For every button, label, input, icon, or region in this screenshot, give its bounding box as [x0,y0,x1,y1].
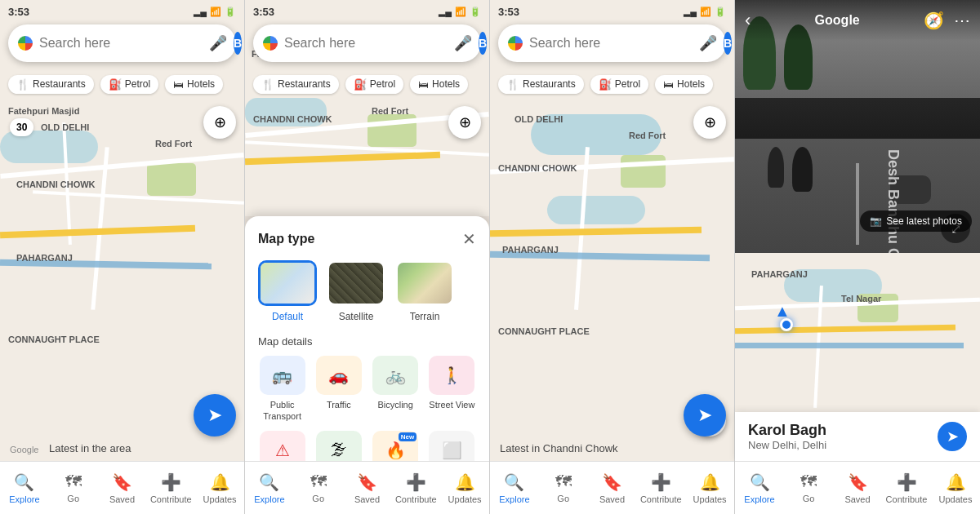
category-pills-3: 🍴Restaurants ⛽Petrol 🛏Hotels [490,69,734,99]
search-input-2[interactable] [284,36,448,51]
search-bar-2[interactable]: 🎤 B [253,24,481,62]
go-icon-4: 🗺 [800,472,817,491]
navigation-button-3[interactable]: ➤ [684,394,726,436]
nav-go-4[interactable]: 🗺 Go [784,462,833,514]
nav-updates-label-2: Updates [448,494,482,504]
time-2: 3:53 [253,6,274,18]
nav-explore-1[interactable]: 🔍 Explore [0,462,49,514]
updates-icon-4: 🔔 [946,472,966,492]
mic-icon-2[interactable]: 🎤 [454,34,472,52]
time-3: 3:53 [498,6,519,18]
nav-updates-4[interactable]: 🔔 Updates [931,462,980,514]
nav-contribute-4[interactable]: ➕ Contribute [882,462,931,514]
saved-icon-2: 🔖 [357,472,377,492]
nav-explore-2[interactable]: 🔍 Explore [245,462,294,514]
layers-button-3[interactable]: ⊕ [693,106,726,139]
pill-restaurants-2[interactable]: 🍴Restaurants [253,75,339,94]
pill-hotels-3[interactable]: 🛏Hotels [655,75,713,94]
close-overlay-button[interactable]: ✕ [462,229,476,249]
nav-explore-4[interactable]: 🔍 Explore [735,462,784,514]
nav-updates-1[interactable]: 🔔 Updates [195,462,244,514]
nav-go-label-2: Go [312,494,324,503]
streetview-road-label: Desh Bandhu Gupta [884,149,902,253]
pill-petrol-2[interactable]: ⛽Petrol [345,75,403,94]
nav-saved-3[interactable]: 🔖 Saved [588,462,637,514]
battery-icon: 🔋 [225,7,236,17]
map-types-section: Default Satellite Terrain [258,260,476,322]
pill-petrol-3[interactable]: ⛽Petrol [590,75,648,94]
nav-saved-1[interactable]: 🔖 Saved [98,462,147,514]
nav-contribute-2[interactable]: ➕ Contribute [391,462,440,514]
map-type-thumb-default [258,260,317,306]
nav-saved-4[interactable]: 🔖 Saved [833,462,882,514]
category-pills-1: 🍴Restaurants ⛽Petrol 🛏Hotels [0,69,244,99]
pill-petrol-1[interactable]: ⛽Petrol [100,75,158,94]
search-input-3[interactable] [529,36,693,51]
map-type-thumb-satellite [327,260,385,306]
layers-button-2[interactable]: ⊕ [448,106,481,139]
transport-label: Public Transport [258,399,306,423]
nav-go-2[interactable]: 🗺 Go [294,462,343,514]
map-type-label-default: Default [272,311,303,322]
nav-updates-3[interactable]: 🔔 Updates [685,462,734,514]
pill-restaurants-1[interactable]: 🍴Restaurants [8,75,94,94]
layers-button-1[interactable]: ⊕ [203,106,236,139]
saved-icon-4: 🔖 [848,472,868,492]
map-type-terrain[interactable]: Terrain [395,260,454,322]
category-pills-2: 🍴Restaurants ⛽Petrol 🛏Hotels [245,69,489,99]
map-type-default[interactable]: Default [258,260,317,322]
wildfires-icon: 🔥 [385,441,406,460]
compass-icon-4[interactable]: 🧭 [924,11,944,30]
nav-saved-label-4: Saved [844,494,870,504]
nav-explore-label-1: Explore [9,494,39,504]
nav-go-3[interactable]: 🗺 Go [539,462,588,514]
mic-icon-1[interactable]: 🎤 [209,34,227,52]
pill-hotels-2[interactable]: 🛏Hotels [410,75,468,94]
map-label-3d: CONNAUGHT PLACE [498,326,590,336]
signal-icon: ▂▄ [194,7,207,17]
camera-icon: 📷 [870,215,882,227]
detail-streetview[interactable]: 🚶 Street View [428,356,476,423]
mic-icon-3[interactable]: 🎤 [699,34,717,52]
search-bar-3[interactable]: 🎤 B [498,24,726,62]
distance-badge-1: 30 [10,118,33,136]
search-bar-1[interactable]: 🎤 B [8,24,236,62]
detail-traffic[interactable]: 🚗 Traffic [314,356,363,423]
see-photos-label: See latest photos [886,215,962,227]
latest-text-3: Latest in Chandni Chowk [500,442,618,454]
nav-go-1[interactable]: 🗺 Go [49,462,98,514]
map-type-thumb-terrain [395,260,454,306]
explore-icon-2: 🔍 [259,472,279,492]
transport-icon: 🚌 [272,366,292,385]
detail-public-transport[interactable]: 🚌 Public Transport [258,356,306,423]
navigate-to-button-4[interactable]: ➤ [938,422,967,451]
battery-icon-2: 🔋 [470,7,481,17]
search-input-1[interactable] [39,36,203,51]
google-logo-map-1: Google [10,445,38,454]
nav-saved-label-2: Saved [354,494,380,504]
nav-contribute-3[interactable]: ➕ Contribute [636,462,685,514]
streetview-header: ‹ Google 🧭 ⋯ [735,0,980,41]
map-label-redfort: Red Fort [155,139,192,148]
bicycling-label: Bicycling [377,399,412,410]
nav-explore-3[interactable]: 🔍 Explore [490,462,539,514]
saved-icon-3: 🔖 [602,472,622,492]
default-preview [261,263,314,304]
see-photos-button[interactable]: 📷 See latest photos [860,210,972,232]
go-icon-3: 🗺 [555,472,572,491]
navigation-button-1[interactable]: ➤ [194,394,236,436]
pill-restaurants-3[interactable]: 🍴Restaurants [498,75,584,94]
detail-bicycling[interactable]: 🚲 Bicycling [372,356,420,423]
nav-updates-2[interactable]: 🔔 Updates [440,462,489,514]
more-options-4[interactable]: ⋯ [954,11,970,30]
bicycling-icon: 🚲 [385,366,406,385]
pill-hotels-1[interactable]: 🛏Hotels [165,75,223,94]
nav-contribute-1[interactable]: ➕ Contribute [146,462,195,514]
nav-contribute-label-4: Contribute [886,494,928,504]
back-button-4[interactable]: ‹ [745,10,751,31]
overlay-header: Map type ✕ [258,229,476,249]
nav-saved-2[interactable]: 🔖 Saved [343,462,392,514]
status-icons-2: ▂▄ 📶 🔋 [439,7,481,17]
updates-icon-3: 🔔 [700,472,720,492]
map-type-satellite[interactable]: Satellite [327,260,385,322]
